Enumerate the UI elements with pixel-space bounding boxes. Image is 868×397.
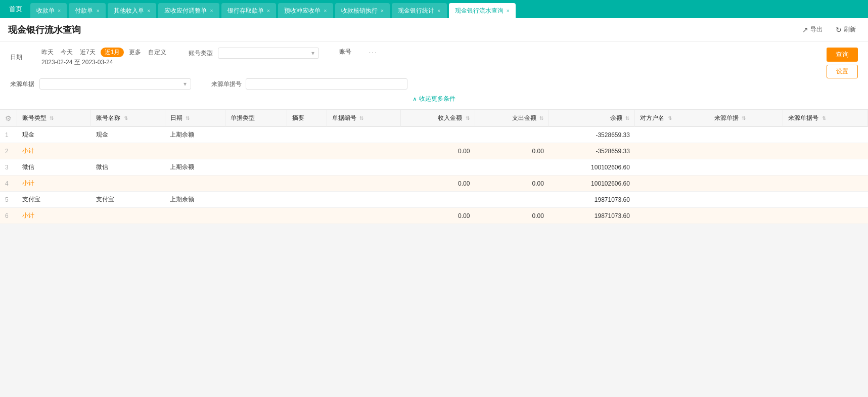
date-options: 昨天 今天 近7天 近1月 更多 自定义 [39,48,168,57]
close-tab-1-icon[interactable]: × [96,8,99,14]
row-num: 6 [0,208,17,224]
account-type-select[interactable]: ▾ [218,48,319,59]
collapse-up-icon: ∧ [413,96,417,103]
row-balance: 19871073.60 [549,208,635,224]
col-date[interactable]: 日期 ⇅ [165,110,225,127]
gear-icon[interactable]: ⚙ [5,114,12,122]
row-account-name [91,175,165,192]
query-button[interactable]: 查询 [827,48,858,62]
row-doc-type [225,127,287,143]
row-doc-type [225,208,287,224]
nav-tab-8[interactable]: 现金银行流水查询 × [449,3,516,18]
close-tab-8-icon[interactable]: × [507,8,510,14]
date-range-display: 2023-02-24 至 2023-03-24 [41,58,168,67]
row-account-name [91,143,165,159]
row-counterparty [635,127,709,143]
nav-tab-3[interactable]: 应收应付调整单 × [158,3,219,18]
row-account-type: 小计 [17,175,91,192]
col-settings[interactable]: ⚙ [0,110,17,127]
nav-tab-5[interactable]: 预收冲应收单 × [278,3,333,18]
row-date [165,208,225,224]
nav-tab-2[interactable]: 其他收入单 × [108,3,156,18]
row-account-name: 支付宝 [91,192,165,208]
date-opt-custom[interactable]: 自定义 [146,48,168,57]
account-type-label: 账号类型 [189,49,214,58]
sort-source-doc-no-icon: ⇅ [822,115,826,121]
date-opt-1month[interactable]: 近1月 [101,48,124,57]
row-doc-type [225,175,287,192]
table-header-row: ⚙ 账号类型 ⇅ 账号名称 ⇅ 日期 ⇅ 单据类型 摘要 [0,110,868,127]
row-counterparty [635,159,709,175]
col-expense[interactable]: 支出金额 ⇅ [475,110,549,127]
row-expense [475,127,549,143]
date-opt-today[interactable]: 今天 [59,48,75,57]
row-summary [287,143,327,159]
col-balance[interactable]: 余额 ⇅ [549,110,635,127]
close-tab-0-icon[interactable]: × [58,8,61,14]
row-source-doc [709,175,783,192]
nav-tab-4[interactable]: 银行存取款单 × [221,3,276,18]
table-row: 1 现金 现金 上期余额 -3528659.33 [0,127,868,143]
collapse-row: ∧ 收起更多条件 [10,93,858,105]
row-source-doc [709,159,783,175]
nav-tab-6[interactable]: 收款核销执行 × [335,3,390,18]
row-account-name: 微信 [91,159,165,175]
page-title: 现金银行流水查询 [8,24,81,36]
export-button[interactable]: ↗ 导出 [798,23,827,36]
row-counterparty [635,175,709,192]
row-summary [287,127,327,143]
row-expense: 0.00 [475,175,549,192]
col-source-doc[interactable]: 来源单据 ⇅ [709,110,783,127]
col-summary[interactable]: 摘要 [287,110,327,127]
nav-home[interactable]: 首页 [2,0,29,18]
filter-row-2: 来源单据 ▾ 来源单据号 [10,78,858,90]
refresh-button[interactable]: ↻ 刷新 [832,23,860,36]
row-expense: 0.00 [475,143,549,159]
row-source-doc [709,143,783,159]
settings-button[interactable]: 设置 [827,65,858,78]
close-tab-5-icon[interactable]: × [324,8,327,14]
date-opt-more[interactable]: 更多 [127,48,143,57]
close-tab-3-icon[interactable]: × [210,8,213,14]
row-income: 0.00 [401,175,475,192]
account-label: 账号 [339,48,364,56]
col-account-name[interactable]: 账号名称 ⇅ [91,110,165,127]
row-income: 0.00 [401,208,475,224]
row-account-name [91,208,165,224]
table-row: 4 小计 0.00 0.00 100102606.60 [0,175,868,192]
close-tab-6-icon[interactable]: × [381,8,384,14]
sort-balance-icon: ⇅ [625,115,629,121]
collapse-button[interactable]: ∧ 收起更多条件 [413,95,455,103]
close-tab-2-icon[interactable]: × [147,8,150,14]
source-doc-no-input[interactable] [246,78,407,90]
row-source-doc-no [783,192,868,208]
account-dots[interactable]: ··· [369,48,378,56]
source-doc-select[interactable]: ▾ [39,78,191,90]
close-tab-4-icon[interactable]: × [267,8,270,14]
source-doc-label: 来源单据 [10,80,35,89]
row-income [401,192,475,208]
sort-income-icon: ⇅ [466,115,470,121]
date-opt-yesterday[interactable]: 昨天 [39,48,56,57]
export-icon: ↗ [802,26,808,34]
row-source-doc-no [783,159,868,175]
row-balance: 100102606.60 [549,175,635,192]
date-opt-7days[interactable]: 近7天 [78,48,98,57]
table-row: 3 微信 微信 上期余额 100102606.60 [0,159,868,175]
col-doc-no[interactable]: 单据编号 ⇅ [327,110,400,127]
row-doc-no [327,143,400,159]
nav-tab-0[interactable]: 收款单 × [30,3,67,18]
col-source-doc-no[interactable]: 来源单据号 ⇅ [783,110,868,127]
close-tab-7-icon[interactable]: × [437,8,440,14]
row-source-doc [709,127,783,143]
row-doc-type [225,192,287,208]
col-account-type[interactable]: 账号类型 ⇅ [17,110,91,127]
date-block: 昨天 今天 近7天 近1月 更多 自定义 2023-02-24 至 2023-0… [39,48,168,67]
row-date: 上期余额 [165,127,225,143]
col-counterparty[interactable]: 对方户名 ⇅ [635,110,709,127]
nav-tab-7[interactable]: 现金银行统计 × [392,3,446,18]
col-doc-type[interactable]: 单据类型 [225,110,287,127]
nav-tab-1[interactable]: 付款单 × [69,3,105,18]
col-income[interactable]: 收入金额 ⇅ [401,110,475,127]
sort-counterparty-icon: ⇅ [668,115,672,121]
